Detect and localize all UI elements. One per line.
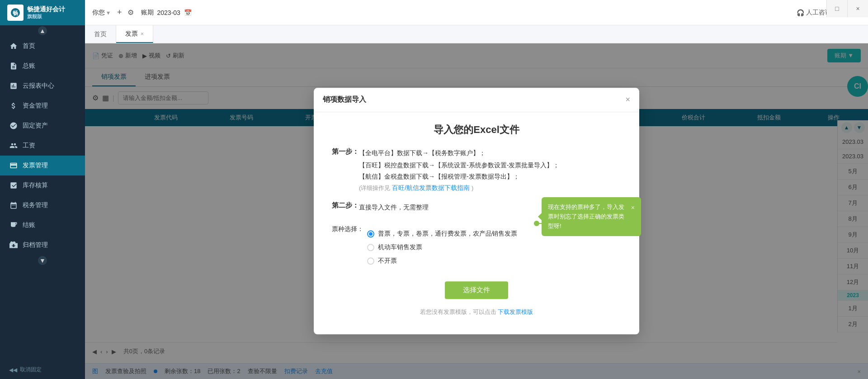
- step1-title: 第一步：: [332, 147, 359, 156]
- tooltip-close-button[interactable]: ×: [631, 203, 635, 213]
- tooltip-bubble: × 现在支持的票种多了，导入发票时别忘了选择正确的发票类型呀!: [542, 197, 641, 236]
- period-value: 2023-03: [157, 9, 180, 16]
- sidebar: 畅 畅捷通好会计 旗舰版 ▲ 首页 总账: [0, 0, 85, 379]
- step1-line2: 【百旺】税控盘数据下载→【系统设置-系统参数设置-发票批量导入】；: [359, 160, 621, 171]
- topbar: 你您 ▾ + ⚙ 账期 2023-03 📅 🎧 人工咨询 👤 用友: [85, 0, 868, 25]
- sidebar-item-ledger[interactable]: 总账: [0, 56, 85, 76]
- funds-icon: [9, 101, 18, 110]
- step1-line3: 【航信】金税盘数据下载→【报税管理-发票数据导出】；: [359, 171, 621, 183]
- ticket-label: 票种选择：: [332, 223, 363, 236]
- logo-icon: 畅: [7, 5, 24, 21]
- app-subtitle: 旗舰版: [27, 13, 65, 20]
- payroll-icon: [9, 141, 18, 150]
- sidebar-item-funds[interactable]: 资金管理: [0, 96, 85, 116]
- assets-icon: [9, 121, 18, 130]
- tooltip-text: 现在支持的票种多了，导入发票时别忘了选择正确的发票类型呀!: [548, 204, 624, 229]
- step1-content: 【百旺】税控盘数据下载→【系统设置-系统参数设置-发票批量导入】； 【航信】金税…: [332, 160, 621, 192]
- period-label: 账期: [141, 9, 154, 17]
- inventory-icon: [9, 181, 18, 190]
- radio-circle-1: [367, 231, 374, 238]
- sidebar-item-label: 工资: [23, 142, 35, 150]
- invoice-icon: [9, 161, 18, 170]
- radio-option-3[interactable]: 不开票: [367, 257, 517, 265]
- sidebar-item-label: 资金管理: [23, 102, 48, 110]
- close-window-button[interactable]: ×: [847, 0, 868, 17]
- sidebar-scroll-down[interactable]: ▼: [38, 256, 47, 265]
- modal-heading: 导入您的Excel文件: [332, 123, 621, 137]
- radio-group: 普票，专票，卷票，通行费发票，农产品销售发票 机动车销售发票 不开票: [367, 230, 517, 265]
- reports-icon: [9, 81, 18, 90]
- sidebar-item-label: 发票管理: [23, 161, 48, 170]
- tab-invoice-close[interactable]: ×: [141, 31, 144, 37]
- radio-label-3: 不开票: [378, 257, 397, 265]
- tab-home[interactable]: 首页: [85, 25, 116, 43]
- tab-home-label: 首页: [94, 30, 107, 38]
- tax-icon: [9, 201, 18, 210]
- modal-close-button[interactable]: ×: [625, 95, 630, 104]
- period-display: 账期 2023-03 📅: [141, 9, 192, 17]
- footer-note-prefix: 若您没有发票模版，可以点击: [420, 309, 496, 316]
- tab-invoice[interactable]: 发票 ×: [116, 25, 153, 43]
- tooltip-dot: [534, 221, 539, 226]
- sidebar-item-reports[interactable]: 云报表中心: [0, 76, 85, 96]
- sidebar-item-label: 结账: [23, 221, 35, 229]
- maximize-button[interactable]: □: [826, 0, 847, 17]
- modal-footer-note: 若您没有发票模版，可以点击 下载发票模版: [332, 308, 621, 324]
- step1-note-suffix: ): [472, 185, 473, 192]
- sidebar-unpin[interactable]: ◀◀ 取消固定: [0, 360, 85, 379]
- modal-title: 销项数据导入: [323, 95, 366, 104]
- archive-icon: [9, 241, 18, 250]
- sidebar-scroll-up[interactable]: ▲: [38, 26, 47, 35]
- download-template-link[interactable]: 下载发票模版: [498, 309, 533, 316]
- step1-section: 第一步： 【全电平台】数据下载→【税务数字账户】； 【百旺】税控盘数据下载→【系…: [332, 147, 621, 192]
- step1-note-prefix: (详细操作见: [359, 185, 390, 192]
- sidebar-item-invoice[interactable]: 发票管理: [0, 156, 85, 175]
- sidebar-item-label: 固定资产: [23, 122, 48, 130]
- tab-invoice-label: 发票: [125, 30, 138, 38]
- settings-icon[interactable]: ⚙: [127, 8, 134, 17]
- calendar-icon[interactable]: 📅: [184, 9, 192, 16]
- sidebar-item-label: 库存核算: [23, 181, 48, 190]
- modal-header: 销项数据导入 ×: [314, 88, 639, 112]
- sidebar-item-label: 云报表中心: [23, 82, 54, 90]
- unpin-label: 取消固定: [20, 366, 42, 374]
- sidebar-item-assets[interactable]: 固定资产: [0, 116, 85, 136]
- step1-header: 第一步： 【全电平台】数据下载→【税务数字账户】；: [332, 147, 621, 160]
- select-file-button[interactable]: 选择文件: [445, 282, 508, 299]
- headset-icon: 🎧: [797, 9, 804, 16]
- sidebar-nav: ▲ 首页 总账 云报表中心: [0, 25, 85, 360]
- sidebar-item-label: 税务管理: [23, 201, 48, 209]
- sidebar-item-label: 归档管理: [23, 241, 48, 249]
- add-button[interactable]: +: [117, 8, 122, 17]
- step1-guide-link[interactable]: 百旺/航信发票数据下载指南: [392, 185, 470, 192]
- sidebar-item-settle[interactable]: 结账: [0, 215, 85, 235]
- sidebar-item-payroll[interactable]: 工资: [0, 136, 85, 156]
- app-logo: 畅 畅捷通好会计 旗舰版: [0, 0, 85, 25]
- dropdown-icon: ▾: [107, 9, 110, 16]
- radio-option-2[interactable]: 机动车销售发票: [367, 244, 517, 252]
- step1-link-row: (详细操作见 百旺/航信发票数据下载指南 ): [359, 185, 621, 193]
- pin-icon: ◀◀: [9, 367, 17, 373]
- topbar-actions: + ⚙: [117, 8, 134, 17]
- radio-label-1: 普票，专票，卷票，通行费发票，农产品销售发票: [378, 230, 517, 238]
- home-icon: [9, 42, 18, 51]
- radio-label-2: 机动车销售发票: [378, 244, 422, 252]
- step2-content: 直接导入文件，无需整理: [359, 202, 429, 213]
- sidebar-item-archive[interactable]: 归档管理: [0, 235, 85, 255]
- radio-circle-2: [367, 244, 374, 251]
- company-selector[interactable]: 你您 ▾: [92, 9, 110, 17]
- sidebar-item-tax[interactable]: 税务管理: [0, 195, 85, 215]
- sidebar-item-home[interactable]: 首页: [0, 36, 85, 56]
- main-area: 你您 ▾ + ⚙ 账期 2023-03 📅 🎧 人工咨询 👤 用友: [85, 0, 868, 379]
- sidebar-item-label: 首页: [23, 42, 35, 50]
- radio-option-1[interactable]: 普票，专票，卷票，通行费发票，农产品销售发票: [367, 230, 517, 238]
- content-area: 📄 凭证 ⊕ 新增 ▶ 视频 ↺ 刷新: [85, 43, 868, 379]
- settle-icon: [9, 221, 18, 230]
- sidebar-item-inventory[interactable]: 库存核算: [0, 175, 85, 195]
- radio-circle-3: [367, 258, 374, 265]
- app-name: 畅捷通好会计: [27, 5, 65, 13]
- step2-title: 第二步：: [332, 202, 359, 210]
- ledger-icon: [9, 62, 18, 71]
- step1-line1: 【全电平台】数据下载→【税务数字账户】；: [359, 147, 486, 160]
- svg-text:畅: 畅: [13, 10, 18, 16]
